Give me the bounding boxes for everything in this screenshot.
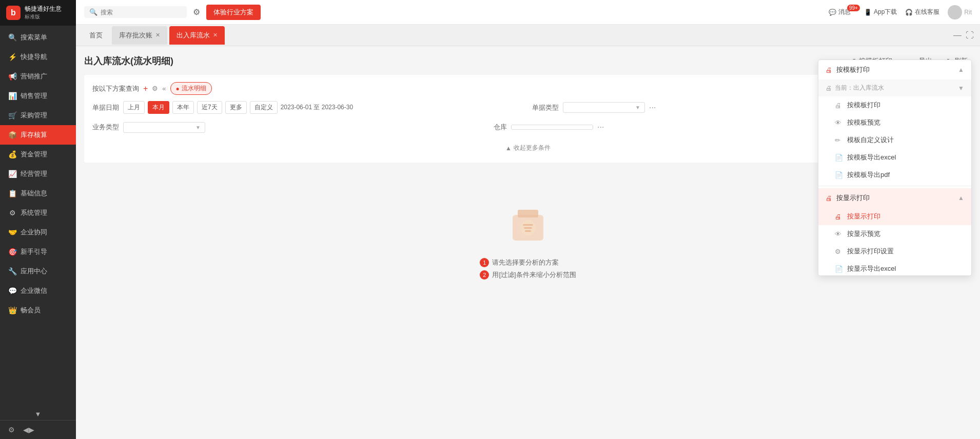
headset-icon: 🎧 <box>905 9 913 16</box>
doc-type-more[interactable]: ··· <box>649 103 656 112</box>
collapse-sidebar-icon[interactable]: ◀▶ <box>23 426 34 434</box>
dropdown-item-template-pdf[interactable]: 📄 按模板导出pdf <box>818 166 971 184</box>
empty-tips: 1 请先选择要分析的方案 2 用[过滤]条件来缩小分析范围 <box>480 258 576 283</box>
home-label: 首页 <box>89 31 103 40</box>
date-btn-7days[interactable]: 近7天 <box>197 101 222 114</box>
date-field: 单据日期 上月 本月 本年 近7天 更多 自定义 2023-06-01 至 20… <box>92 101 524 114</box>
template-print-section-header[interactable]: 🖨 按模板打印 ▲ <box>818 60 971 79</box>
filter-collapse-icon[interactable]: « <box>162 85 166 92</box>
date-btn-last-month[interactable]: 上月 <box>123 101 145 114</box>
tab-maximize-icon[interactable]: ⛶ <box>966 31 974 40</box>
message-action[interactable]: 💬 消息 99+ <box>829 8 856 16</box>
main-area: 🔍 ⚙ 体验行业方案 💬 消息 99+ 📱 App下载 🎧 在线客服 Rit <box>76 0 980 439</box>
date-btn-this-year[interactable]: 本年 <box>172 101 194 114</box>
settings-icon[interactable]: ⚙ <box>8 426 15 434</box>
sidebar-item-label: 系统管理 <box>21 208 47 217</box>
search-input[interactable] <box>101 9 172 16</box>
filter-add-button[interactable]: + <box>143 84 148 93</box>
sales-icon: 📊 <box>8 92 16 100</box>
sidebar-item-quick-nav[interactable]: ⚡ 快捷导航 <box>0 47 76 67</box>
sidebar-item-search[interactable]: 🔍 搜索菜单 <box>0 28 76 47</box>
sidebar-item-system[interactable]: ⚙ 系统管理 <box>0 203 76 223</box>
system-icon: ⚙ <box>8 209 16 217</box>
sidebar-item-operation[interactable]: 📈 经营管理 <box>0 164 76 184</box>
doc-type-arrow: ▼ <box>635 105 640 110</box>
sidebar-item-sales[interactable]: 📊 销售管理 <box>0 86 76 106</box>
online-service-action[interactable]: 🎧 在线客服 <box>905 8 939 16</box>
tab-flow-close[interactable]: ✕ <box>213 32 218 38</box>
sidebar-item-label: 搜索菜单 <box>21 33 47 42</box>
app-download-action[interactable]: 📱 App下载 <box>864 8 897 16</box>
doc-type-select[interactable]: ▼ <box>563 102 645 113</box>
sidebar-scroll-down[interactable]: ▼ <box>0 408 76 420</box>
dropdown-item-display-settings[interactable]: ⚙ 按显示打印设置 <box>818 243 971 260</box>
tabbar-controls: — ⛶ <box>953 31 974 40</box>
page-actions: 🖨 按模板打印 ▲ ↑ 导出 ↻ 刷新 <box>846 54 972 68</box>
sidebar-item-wechat[interactable]: 💬 企业微信 <box>0 281 76 301</box>
date-btn-more[interactable]: 更多 <box>225 101 247 114</box>
template-print-title: 🖨 按模板打印 <box>826 65 870 74</box>
member-icon: 👑 <box>8 306 16 314</box>
sidebar-item-basic[interactable]: 📋 基础信息 <box>0 184 76 203</box>
filter-label: 按以下方案查询 <box>92 84 139 93</box>
purchase-icon: 🛒 <box>8 111 16 119</box>
app-center-icon: 🔧 <box>8 267 16 275</box>
sidebar-item-purchase[interactable]: 🛒 采购管理 <box>0 106 76 125</box>
topbar-settings-icon[interactable]: ⚙ <box>193 7 200 17</box>
user-avatar <box>948 5 962 19</box>
sidebar-item-cooperation[interactable]: 🤝 企业协同 <box>0 223 76 242</box>
tab-home[interactable]: 首页 <box>82 26 110 45</box>
dropdown-item-template-preview[interactable]: 👁 按模板预览 <box>818 114 971 131</box>
tab-flow-label: 出入库流水 <box>177 31 210 40</box>
print-section-icon: 🖨 <box>826 66 832 74</box>
dropdown-item-display-print[interactable]: 🖨 按显示打印 <box>818 208 971 225</box>
tab-minimize-icon[interactable]: — <box>953 31 962 40</box>
user-name: Rit <box>964 9 972 16</box>
tab-batch-close[interactable]: ✕ <box>155 32 160 38</box>
dropdown-item-display-preview[interactable]: 👁 按显示预览 <box>818 225 971 243</box>
dropdown-item-template-design[interactable]: ✏ 模板自定义设计 <box>818 131 971 149</box>
sidebar-item-label: 销售管理 <box>21 91 47 101</box>
cooperation-icon: 🤝 <box>8 228 16 236</box>
business-type-select[interactable]: ▼ <box>123 122 205 133</box>
search-icon: 🔍 <box>8 33 16 42</box>
item-preview-icon: 👁 <box>835 119 843 127</box>
warehouse-more[interactable]: ··· <box>597 123 604 132</box>
app-name: 畅捷通好生意 <box>25 5 62 13</box>
sidebar-item-label: 畅会员 <box>21 306 41 315</box>
dropdown-divider <box>818 186 971 186</box>
dropdown-item-template-excel[interactable]: 📄 按模板导出excel <box>818 149 971 166</box>
dropdown-item-template-print[interactable]: 🖨 按模板打印 <box>818 96 971 114</box>
tab-batch-account[interactable]: 库存批次账 ✕ <box>112 26 167 45</box>
tip-num-1: 1 <box>480 258 489 267</box>
warehouse-select[interactable] <box>511 125 593 130</box>
tab-in-out-flow[interactable]: 出入库流水 ✕ <box>169 26 225 45</box>
sidebar-item-inventory[interactable]: 📦 库存核算 <box>0 125 76 145</box>
date-btn-this-month[interactable]: 本月 <box>148 101 169 114</box>
sidebar-item-label: 企业微信 <box>21 286 47 295</box>
trial-button[interactable]: 体验行业方案 <box>206 5 261 20</box>
search-box[interactable]: 🔍 <box>84 6 187 18</box>
date-selector: 上月 本月 本年 近7天 更多 自定义 2023-06-01 至 2023-06… <box>123 101 353 114</box>
current-sub-arrow: ▼ <box>958 85 964 92</box>
tip-num-2: 2 <box>480 270 489 280</box>
sidebar-item-marketing[interactable]: 📢 营销推广 <box>0 67 76 86</box>
finance-icon: 💰 <box>8 150 16 158</box>
print-dropdown: 🖨 按模板打印 ▲ 🖨 当前：出入库流水 ▼ <box>818 59 972 276</box>
empty-tip-2: 2 用[过滤]条件来缩小分析范围 <box>480 270 576 280</box>
display-print-section-header[interactable]: 🖨 按显示打印 ▲ <box>818 188 971 208</box>
sidebar-item-member[interactable]: 👑 畅会员 <box>0 301 76 320</box>
item-print-icon: 🖨 <box>835 102 843 109</box>
date-btn-custom[interactable]: 自定义 <box>250 101 278 114</box>
filter-settings-icon[interactable]: ⚙ <box>152 85 158 92</box>
message-icon: 💬 <box>829 9 836 16</box>
sidebar-item-app-center[interactable]: 🔧 应用中心 <box>0 262 76 281</box>
warehouse-label: 仓库 <box>494 123 507 132</box>
logo-area: b 畅捷通好生意 标准版 <box>0 0 76 26</box>
basic-icon: 📋 <box>8 189 16 197</box>
user-area[interactable]: Rit <box>948 5 972 19</box>
sidebar-item-guide[interactable]: 🎯 新手引导 <box>0 242 76 262</box>
dropdown-item-display-excel[interactable]: 📄 按显示导出excel <box>818 260 971 275</box>
item-display-print-icon: 🖨 <box>835 213 843 221</box>
sidebar-item-finance[interactable]: 💰 资金管理 <box>0 145 76 164</box>
